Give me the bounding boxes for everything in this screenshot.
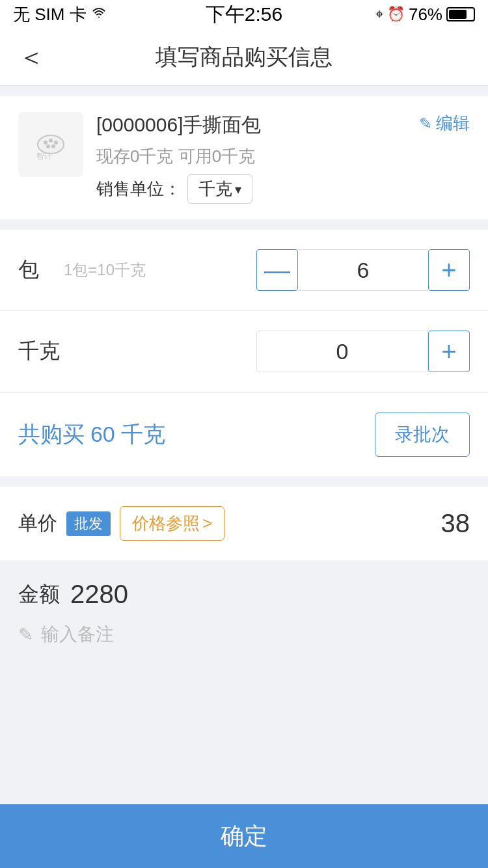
price-ref-button[interactable]: 价格参照 > <box>120 506 224 541</box>
status-time: 下午2:56 <box>206 1 282 28</box>
pack-decrement-button[interactable]: — <box>256 249 298 291</box>
amount-label: 金额 <box>18 580 60 609</box>
svg-text:智计: 智计 <box>36 152 52 161</box>
batch-button[interactable]: 录批次 <box>375 413 470 457</box>
total-section: 共购买 60 千克 录批次 <box>0 392 488 476</box>
kg-controls: + <box>256 331 470 372</box>
kg-input[interactable] <box>256 331 428 372</box>
product-stock: 现存0千克 可用0千克 <box>96 145 470 168</box>
product-name: [0000006]手撕面包 <box>96 112 470 139</box>
total-text: 共购买 60 千克 <box>18 420 165 450</box>
unit-select[interactable]: 千克 ▾ <box>187 174 252 204</box>
kg-increment-button[interactable]: + <box>428 331 470 372</box>
wifi-icon <box>92 5 106 25</box>
product-thumbnail: 智计 <box>18 112 83 177</box>
product-card: 智计 [0000006]手撕面包 现存0千克 可用0千克 销售单位： 千克 ▾ … <box>0 96 488 219</box>
unit-label: 销售单位： <box>96 178 181 200</box>
kg-label: 千克 <box>18 337 60 366</box>
edit-button[interactable]: ✎ 编辑 <box>419 112 470 135</box>
svg-point-3 <box>49 139 53 142</box>
svg-point-0 <box>98 16 100 18</box>
pack-hint: 1包=10千克 <box>64 260 256 280</box>
price-label: 单价 <box>18 510 57 537</box>
status-right: ⌖ ⏰ 76% <box>375 5 475 25</box>
dropdown-icon: ▾ <box>235 182 241 197</box>
remark-placeholder: 输入备注 <box>41 622 114 647</box>
chevron-right-icon: > <box>202 513 212 534</box>
svg-point-1 <box>38 135 64 154</box>
remark-row[interactable]: ✎ 输入备注 <box>18 622 470 647</box>
quantity-row-kg: 千克 + <box>0 311 488 392</box>
amount-row: 金额 2280 <box>18 580 470 609</box>
alarm-icon: ⏰ <box>387 6 405 23</box>
price-value: 38 <box>441 509 470 538</box>
product-unit-row: 销售单位： 千克 ▾ <box>96 174 470 204</box>
price-row: 单价 批发 价格参照 > 38 <box>18 506 470 541</box>
total-amount: 60 <box>90 422 115 446</box>
price-left: 单价 批发 价格参照 > <box>18 506 224 541</box>
quantity-row-pack: 包 1包=10千克 — + <box>0 230 488 311</box>
price-section: 单价 批发 价格参照 > 38 <box>0 487 488 560</box>
quantity-section: 包 1包=10千克 — + 千克 + 共购买 60 千克 录批次 <box>0 230 488 476</box>
nav-bar: ＜ 填写商品购买信息 <box>0 29 488 86</box>
back-button[interactable]: ＜ <box>18 39 44 75</box>
confirm-button[interactable]: 确定 <box>0 804 488 868</box>
edit-icon: ✎ <box>419 115 432 133</box>
location-icon: ⌖ <box>375 6 383 23</box>
carrier-text: 无 SIM 卡 <box>13 3 87 26</box>
remark-icon: ✎ <box>18 624 33 645</box>
status-left: 无 SIM 卡 <box>13 3 106 26</box>
pack-controls: — + <box>256 249 470 291</box>
amount-section: 金额 2280 ✎ 输入备注 <box>0 560 488 666</box>
battery-percent: 76% <box>409 5 442 25</box>
svg-point-2 <box>44 141 47 144</box>
pack-input[interactable] <box>298 249 428 291</box>
battery-icon <box>446 7 475 21</box>
page-title: 填写商品购买信息 <box>156 42 332 72</box>
pack-increment-button[interactable]: + <box>428 249 470 291</box>
status-bar: 无 SIM 卡 下午2:56 ⌖ ⏰ 76% <box>0 0 488 29</box>
svg-point-6 <box>51 144 55 148</box>
product-info: [0000006]手撕面包 现存0千克 可用0千克 销售单位： 千克 ▾ <box>96 112 470 204</box>
svg-point-4 <box>54 141 58 144</box>
pack-label: 包 <box>18 256 57 284</box>
svg-point-5 <box>46 144 50 148</box>
batch-tag: 批发 <box>66 511 111 536</box>
amount-value: 2280 <box>70 580 128 609</box>
